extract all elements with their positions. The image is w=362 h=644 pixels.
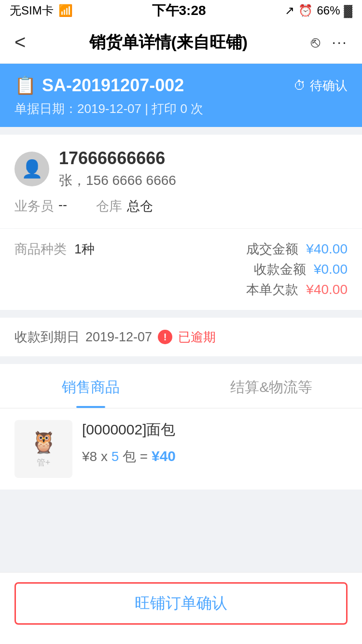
deal-value: ¥40.00 — [306, 241, 348, 257]
tabs: 销售商品 结算&物流等 — [0, 356, 362, 408]
summary-left: 商品种类 1种 — [14, 240, 246, 258]
overdue-icon: ! — [158, 330, 172, 344]
avatar-icon: 👤 — [21, 159, 43, 179]
alarm-icon: ⏰ — [298, 4, 313, 17]
price-unit-label: 包 — [123, 449, 136, 464]
page-title: 销货单详情(来自旺铺) — [89, 31, 248, 54]
order-id: 📋 SA-20191207-002 — [14, 75, 184, 96]
status-right: ↗ ⏰ 66% ▓ — [285, 4, 352, 17]
customer-name: 张，156 6666 6666 — [59, 171, 176, 190]
customer-details: 17666666666 张，156 6666 6666 — [59, 148, 176, 190]
carrier-text: 无SIM卡 — [10, 3, 54, 18]
tab-settlement[interactable]: 结算&物流等 — [181, 364, 362, 408]
share-icon[interactable]: ⎋ — [311, 33, 320, 51]
warehouse-label: 仓库 — [96, 197, 122, 215]
wifi-icon: 📶 — [58, 4, 73, 17]
type-value: 1种 — [74, 240, 95, 258]
received-row: 收款金额 ¥0.00 — [254, 261, 348, 278]
received-value: ¥0.00 — [314, 262, 348, 277]
deal-label: 成交金额 — [246, 240, 298, 258]
nav-icons: ⎋ ··· — [311, 33, 348, 51]
nav-bar: < 销货单详情(来自旺铺) ⎋ ··· — [0, 21, 362, 64]
due-date-label: 收款到期日 — [14, 328, 80, 346]
due-date-value: 2019-12-07 — [85, 330, 152, 345]
type-label: 商品种类 — [14, 240, 67, 258]
banner-top: 📋 SA-20191207-002 ⏱ 待确认 — [14, 75, 348, 96]
status-time: 下午3:28 — [152, 1, 206, 20]
salesperson-label: 业务员 — [14, 197, 54, 215]
battery-icon: ▓ — [344, 4, 352, 17]
customer-meta: 业务员 -- 仓库 总仓 — [14, 197, 348, 215]
customer-phone: 17666666666 — [59, 148, 176, 168]
confirm-order-button[interactable]: 旺铺订单确认 — [14, 582, 348, 625]
due-date-row: 收款到期日 2019-12-07 ! 已逾期 — [0, 310, 362, 356]
header-banner: 📋 SA-20191207-002 ⏱ 待确认 单据日期：2019-12-07 … — [0, 64, 362, 127]
salesperson-item: 业务员 -- — [14, 197, 67, 215]
back-button[interactable]: < — [14, 31, 26, 53]
battery-text: 66% — [317, 4, 340, 17]
product-price: ¥8 x 5 包 = ¥40 — [82, 448, 348, 466]
order-date: 单据日期：2019-12-07 | 打印 0 次 — [14, 100, 348, 117]
overdue-text: 已逾期 — [178, 329, 216, 346]
bottom-bar: 旺铺订单确认 — [0, 572, 362, 644]
product-info: [0000002]面包 ¥8 x 5 包 = ¥40 — [82, 420, 348, 466]
warehouse-value: 总仓 — [127, 197, 153, 215]
price-x: x — [101, 449, 111, 464]
price-equals: = — [140, 449, 152, 464]
more-icon[interactable]: ··· — [332, 33, 348, 51]
product-image: 🦉 管+ — [14, 420, 72, 478]
status-bar: 无SIM卡 📶 下午3:28 ↗ ⏰ 66% ▓ — [0, 0, 362, 21]
summary-row: 商品种类 1种 成交金额 ¥40.00 收款金额 ¥0.00 本单欠款 ¥40.… — [0, 229, 362, 310]
location-icon: ↗ — [285, 4, 294, 17]
due-label: 本单欠款 — [246, 281, 298, 298]
deal-row: 成交金额 ¥40.00 — [246, 240, 348, 258]
tab-sales-products[interactable]: 销售商品 — [0, 364, 181, 408]
summary-right: 成交金额 ¥40.00 收款金额 ¥0.00 本单欠款 ¥40.00 — [246, 240, 348, 298]
price-unit: ¥8 — [82, 449, 97, 464]
warehouse-item: 仓库 总仓 — [96, 197, 153, 215]
customer-row: 👤 17666666666 张，156 6666 6666 — [14, 148, 348, 190]
order-icon: 📋 — [14, 75, 36, 96]
price-qty: 5 — [111, 449, 119, 464]
price-total: ¥40 — [152, 448, 176, 464]
customer-card: 👤 17666666666 张，156 6666 6666 业务员 -- 仓库 … — [0, 135, 362, 228]
due-row: 本单欠款 ¥40.00 — [246, 281, 348, 298]
received-label: 收款金额 — [254, 261, 306, 278]
product-thumbnail: 🦉 管+ — [30, 430, 57, 468]
customer-avatar: 👤 — [14, 152, 49, 186]
salesperson-value: -- — [58, 197, 67, 215]
status-left: 无SIM卡 📶 — [10, 3, 73, 18]
product-item: 🦉 管+ [0000002]面包 ¥8 x 5 包 = ¥40 — [0, 408, 362, 490]
product-name: [0000002]面包 — [82, 420, 348, 440]
clock-icon: ⏱ — [293, 78, 306, 93]
order-status: ⏱ 待确认 — [293, 77, 348, 94]
due-value: ¥40.00 — [306, 282, 348, 297]
